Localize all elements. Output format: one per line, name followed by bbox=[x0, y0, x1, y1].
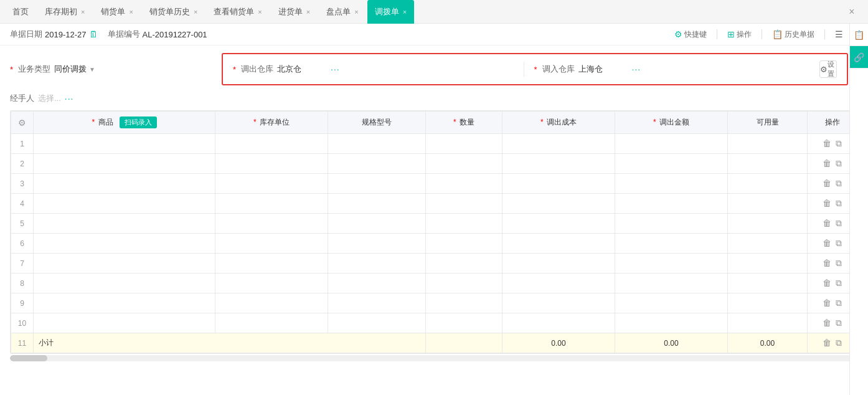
qty-cell-8[interactable] bbox=[425, 274, 502, 293]
unit-cell-1[interactable] bbox=[215, 134, 328, 154]
spec-cell-4[interactable] bbox=[328, 194, 426, 214]
amount-cell-6[interactable] bbox=[615, 234, 728, 254]
copy-icon-8[interactable]: ⧉ bbox=[836, 278, 842, 288]
cost-cell-3[interactable] bbox=[502, 174, 615, 194]
sidebar-link-icon[interactable]: 🔗 bbox=[850, 46, 869, 69]
tab-close-transfer-order[interactable]: × bbox=[403, 8, 407, 16]
cost-cell-8[interactable] bbox=[502, 274, 615, 293]
copy-icon-11[interactable]: ⧉ bbox=[836, 338, 842, 348]
product-cell-6[interactable] bbox=[34, 234, 215, 254]
tab-view-sales[interactable]: 查看销货单 × bbox=[206, 0, 269, 24]
cost-cell-9[interactable] bbox=[502, 293, 615, 313]
table-settings-icon[interactable]: ⚙ bbox=[18, 118, 26, 128]
tab-close-purchase-order[interactable]: × bbox=[306, 8, 310, 16]
copy-icon-1[interactable]: ⧉ bbox=[836, 138, 842, 148]
amount-cell-8[interactable] bbox=[615, 274, 728, 293]
amount-cell-1[interactable] bbox=[615, 134, 728, 154]
cost-cell-10[interactable] bbox=[502, 313, 615, 333]
warehouse-settings-button[interactable]: ⚙ 设置 bbox=[819, 60, 837, 78]
tab-close-sales-order[interactable]: × bbox=[129, 8, 133, 16]
delete-icon-11[interactable]: 🗑 bbox=[823, 338, 831, 348]
unit-cell-3[interactable] bbox=[215, 174, 328, 194]
tab-close-inventory-init[interactable]: × bbox=[81, 8, 85, 16]
tab-inventory-count[interactable]: 盘点单 × bbox=[319, 0, 366, 24]
delete-icon-1[interactable]: 🗑 bbox=[823, 138, 831, 148]
delete-icon-2[interactable]: 🗑 bbox=[823, 158, 831, 168]
copy-icon-7[interactable]: ⧉ bbox=[836, 258, 842, 268]
tab-home[interactable]: 首页 bbox=[5, 2, 36, 21]
unit-cell-6[interactable] bbox=[215, 234, 328, 254]
unit-cell-10[interactable] bbox=[215, 313, 328, 333]
delete-icon-4[interactable]: 🗑 bbox=[823, 198, 831, 208]
spec-cell-10[interactable] bbox=[328, 313, 426, 333]
delete-icon-10[interactable]: 🗑 bbox=[823, 318, 831, 328]
cost-cell-5[interactable] bbox=[502, 214, 615, 234]
scrollbar-thumb[interactable] bbox=[10, 355, 47, 361]
business-type-select[interactable]: 同价调拨 ▼ bbox=[54, 64, 95, 75]
qty-cell-9[interactable] bbox=[425, 293, 502, 313]
copy-icon-5[interactable]: ⧉ bbox=[836, 218, 842, 228]
out-warehouse-more[interactable]: ··· bbox=[331, 64, 340, 74]
copy-icon-4[interactable]: ⧉ bbox=[836, 198, 842, 208]
product-cell-4[interactable] bbox=[34, 194, 215, 214]
spec-cell-6[interactable] bbox=[328, 234, 426, 254]
tab-purchase-order[interactable]: 进货单 × bbox=[271, 0, 318, 24]
spec-cell-5[interactable] bbox=[328, 214, 426, 234]
available-cell-3[interactable] bbox=[728, 174, 808, 194]
sidebar-doc-icon[interactable]: 📋 bbox=[850, 24, 869, 46]
qty-cell-7[interactable] bbox=[425, 254, 502, 274]
unit-cell-8[interactable] bbox=[215, 274, 328, 293]
qty-cell-10[interactable] bbox=[425, 313, 502, 333]
horizontal-scrollbar[interactable] bbox=[10, 355, 858, 361]
handler-more[interactable]: ··· bbox=[65, 93, 74, 103]
spec-cell-9[interactable] bbox=[328, 293, 426, 313]
cost-cell-4[interactable] bbox=[502, 194, 615, 214]
spec-cell-8[interactable] bbox=[328, 274, 426, 293]
layout-btn-1[interactable]: ☰ bbox=[835, 29, 843, 39]
spec-cell-2[interactable] bbox=[328, 154, 426, 174]
calendar-icon[interactable]: 🗓 bbox=[89, 29, 98, 39]
amount-cell-10[interactable] bbox=[615, 313, 728, 333]
cost-cell-7[interactable] bbox=[502, 254, 615, 274]
in-warehouse-value[interactable]: 上海仓 bbox=[578, 64, 628, 75]
date-value[interactable]: 2019-12-27 bbox=[45, 30, 87, 39]
cost-cell-1[interactable] bbox=[502, 134, 615, 154]
unit-cell-5[interactable] bbox=[215, 214, 328, 234]
product-cell-3[interactable] bbox=[34, 174, 215, 194]
delete-icon-3[interactable]: 🗑 bbox=[823, 178, 831, 188]
amount-cell-9[interactable] bbox=[615, 293, 728, 313]
product-cell-2[interactable] bbox=[34, 154, 215, 174]
history-doc-button[interactable]: 📋 历史单据 bbox=[772, 29, 814, 40]
tab-sales-order[interactable]: 销货单 × bbox=[93, 0, 140, 24]
available-cell-8[interactable] bbox=[728, 274, 808, 293]
cost-cell-2[interactable] bbox=[502, 154, 615, 174]
available-cell-10[interactable] bbox=[728, 313, 808, 333]
col-settings-header[interactable]: ⚙ bbox=[11, 112, 34, 134]
product-cell-10[interactable] bbox=[34, 313, 215, 333]
spec-cell-1[interactable] bbox=[328, 134, 426, 154]
copy-icon-2[interactable]: ⧉ bbox=[836, 158, 842, 168]
delete-icon-9[interactable]: 🗑 bbox=[823, 298, 831, 308]
spec-cell-3[interactable] bbox=[328, 174, 426, 194]
qty-cell-6[interactable] bbox=[425, 234, 502, 254]
delete-icon-8[interactable]: 🗑 bbox=[823, 278, 831, 288]
window-close-button[interactable]: × bbox=[841, 1, 863, 23]
tab-sales-history[interactable]: 销货单历史 × bbox=[142, 0, 205, 24]
unit-cell-4[interactable] bbox=[215, 194, 328, 214]
cost-cell-6[interactable] bbox=[502, 234, 615, 254]
copy-icon-9[interactable]: ⧉ bbox=[836, 298, 842, 308]
copy-icon-10[interactable]: ⧉ bbox=[836, 318, 842, 328]
amount-cell-2[interactable] bbox=[615, 154, 728, 174]
tab-close-inventory-count[interactable]: × bbox=[354, 8, 358, 16]
amount-cell-7[interactable] bbox=[615, 254, 728, 274]
amount-cell-4[interactable] bbox=[615, 194, 728, 214]
available-cell-6[interactable] bbox=[728, 234, 808, 254]
qty-cell-3[interactable] bbox=[425, 174, 502, 194]
spec-cell-7[interactable] bbox=[328, 254, 426, 274]
available-cell-2[interactable] bbox=[728, 154, 808, 174]
tab-close-sales-history[interactable]: × bbox=[194, 8, 197, 16]
tab-inventory-init[interactable]: 库存期初 × bbox=[37, 0, 92, 24]
product-cell-8[interactable] bbox=[34, 274, 215, 293]
amount-cell-5[interactable] bbox=[615, 214, 728, 234]
tab-close-view-sales[interactable]: × bbox=[258, 8, 262, 16]
